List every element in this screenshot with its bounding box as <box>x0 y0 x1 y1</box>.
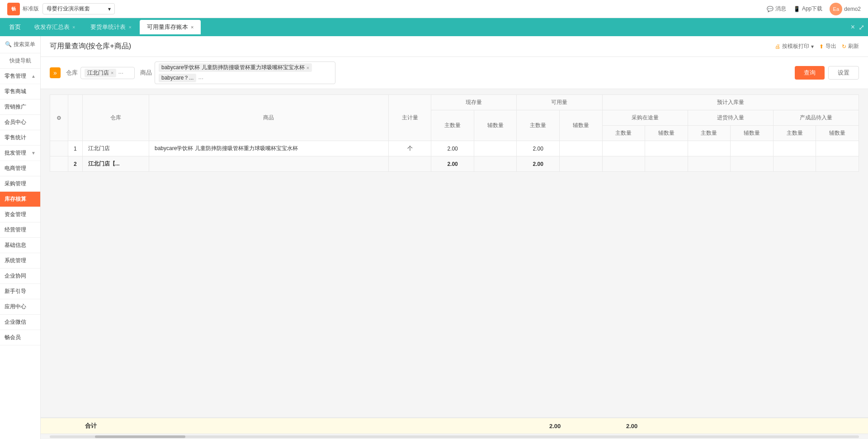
warehouse-cell: 江北门店【... <box>82 156 149 172</box>
top-bar: 畅 标准版 母婴行业演示账套 ▾ 💬 消息 📱 App下载 Ea demo2 <box>0 0 868 18</box>
chevron-down-icon: ▾ <box>108 6 111 12</box>
sidebar-item-资金管理[interactable]: 资金管理 <box>0 207 40 222</box>
sidebar-quick-nav[interactable]: 快捷导航 <box>0 53 40 69</box>
search-icon: 🔍 <box>5 41 12 47</box>
sidebar-item-零售商城[interactable]: 零售商城 <box>0 84 40 99</box>
sidebar-label: 采购管理 <box>5 180 26 187</box>
set-button[interactable]: 设置 <box>828 66 859 80</box>
message-btn[interactable]: 💬 消息 <box>767 5 786 13</box>
product-tag-1: babycare学饮杯 儿童防摔防撞吸管杯重力球吸嘴杯宝宝水杯 × <box>159 63 312 72</box>
header-actions: 🖨 按模板打印 ▾ ⬆ 导出 ↻ 刷新 <box>775 42 859 50</box>
th-purchase-main: 主数量 <box>602 126 645 141</box>
th-incoming-aux: 辅数量 <box>731 126 774 141</box>
sidebar-label: 零售商城 <box>5 88 26 94</box>
tag-close-icon[interactable]: × <box>307 65 309 71</box>
app-download-btn[interactable]: 📱 App下载 <box>793 5 822 13</box>
warehouse-filter-input[interactable]: 江北门店 × ··· <box>80 67 135 79</box>
maximize-btn[interactable]: ⤢ <box>859 23 864 32</box>
print-btn[interactable]: 🖨 按模板打印 ▾ <box>775 42 814 50</box>
sidebar-search[interactable]: 🔍 搜索菜单 <box>0 36 40 53</box>
sidebar-item-营销推广[interactable]: 营销推广 <box>0 99 40 115</box>
product-filter-input[interactable]: babycare学饮杯 儿童防摔防撞吸管杯重力球吸嘴杯宝宝水杯 × babyca… <box>155 61 335 84</box>
sidebar-item-采购管理[interactable]: 采购管理 <box>0 176 40 192</box>
tab-home[interactable]: 首页 <box>4 20 26 34</box>
purchase-main-cell <box>602 141 645 156</box>
app-download-label: App下载 <box>802 5 822 13</box>
username: demo2 <box>844 6 861 12</box>
close-icon[interactable]: × <box>191 24 193 30</box>
close-all-btn[interactable]: × <box>851 23 855 32</box>
unit-cell: 个 <box>388 141 431 156</box>
scroll-thumb[interactable] <box>95 435 185 438</box>
settings-cell[interactable] <box>50 156 68 172</box>
incoming-main-cell <box>688 156 731 172</box>
footer-stock-main: 2.00 <box>535 423 576 430</box>
sidebar-label: 新手引导 <box>5 288 26 294</box>
data-table: ⚙ 仓库 商品 主计量 现存量 <box>50 94 859 172</box>
warehouse-cell: 江北门店 <box>82 141 149 156</box>
page-header: 可用量查询(按仓库+商品) 🖨 按模板打印 ▾ ⬆ 导出 ↻ 刷新 <box>41 36 868 57</box>
row-index: 1 <box>68 141 83 156</box>
logo-text: 标准版 <box>23 5 39 13</box>
tag-close-icon[interactable]: × <box>111 70 113 76</box>
table-row: 1 江北门店 babycare学饮杯 儿童防摔防撞吸管杯重力球吸嘴杯宝宝水杯 个… <box>50 141 859 156</box>
filter-more-icon[interactable]: ··· <box>118 69 123 76</box>
nav-tabs: 首页 收发存汇总表 × 要货单统计表 × 可用量库存账本 × × ⤢ <box>0 18 868 36</box>
filter-expand-btn[interactable]: » <box>50 67 61 78</box>
sidebar-label: 电商管理 <box>5 165 26 171</box>
incoming-aux-cell <box>731 156 774 172</box>
home-tab-label: 首页 <box>9 23 21 31</box>
tab-要货单统计表[interactable]: 要货单统计表 × <box>83 20 138 34</box>
tab-可用量库存账本[interactable]: 可用量库存账本 × <box>140 20 201 34</box>
sidebar-item-零售管理[interactable]: 零售管理 ▲ <box>0 69 40 84</box>
refresh-btn[interactable]: ↻ 刷新 <box>842 42 859 50</box>
sidebar-item-企业协同[interactable]: 企业协同 <box>0 269 40 284</box>
th-purchase-aux: 辅数量 <box>645 126 688 141</box>
close-icon[interactable]: × <box>72 24 75 30</box>
tab-收发存汇总表[interactable]: 收发存汇总表 × <box>27 20 82 34</box>
th-stock-section: 现存量 <box>431 95 517 110</box>
tab-label: 收发存汇总表 <box>34 23 70 31</box>
row-index: 2 <box>68 156 83 172</box>
stock-main-cell: 2.00 <box>431 141 474 156</box>
sidebar-item-系统管理[interactable]: 系统管理 <box>0 253 40 269</box>
th-stock-main: 主数量 <box>431 110 474 141</box>
sidebar-item-畅会员[interactable]: 畅会员 <box>0 330 40 345</box>
export-btn[interactable]: ⬆ 导出 <box>819 42 836 50</box>
quick-nav-label: 快捷导航 <box>9 57 31 64</box>
incoming-main-cell <box>688 141 731 156</box>
sidebar-item-电商管理[interactable]: 电商管理 <box>0 161 40 176</box>
sidebar-item-会员中心[interactable]: 会员中心 <box>0 115 40 130</box>
message-label: 消息 <box>775 5 786 13</box>
scroll-bar[interactable] <box>41 434 868 439</box>
sidebar-label: 企业微信 <box>5 319 26 325</box>
arrow-icon: ▼ <box>31 151 36 156</box>
sidebar-item-应用中心[interactable]: 应用中心 <box>0 299 40 315</box>
settings-cell[interactable] <box>50 141 68 156</box>
sidebar-item-批发管理[interactable]: 批发管理 ▼ <box>0 146 40 161</box>
filter-warehouse: 仓库 江北门店 × ··· <box>66 67 135 79</box>
filter-area: » 仓库 江北门店 × ··· 商品 babycare学饮杯 儿童防摔防撞吸管杯… <box>41 57 868 89</box>
sidebar-item-企业微信[interactable]: 企业微信 <box>0 315 40 330</box>
filter-more-icon[interactable]: ··· <box>198 75 203 82</box>
table-container: ⚙ 仓库 商品 主计量 现存量 <box>41 89 868 417</box>
user-area[interactable]: Ea demo2 <box>830 3 861 15</box>
th-stock-aux: 辅数量 <box>474 110 517 141</box>
sidebar-label: 畅会员 <box>5 334 21 340</box>
print-icon: 🖨 <box>775 43 780 50</box>
sidebar-item-库存核算[interactable]: 库存核算 <box>0 192 40 207</box>
sidebar-item-经营管理[interactable]: 经营管理 <box>0 222 40 238</box>
th-settings[interactable]: ⚙ <box>50 95 68 141</box>
page-title: 可用量查询(按仓库+商品) <box>50 42 131 51</box>
message-icon: 💬 <box>767 6 774 12</box>
sidebar-label: 库存核算 <box>5 196 26 202</box>
export-label: 导出 <box>826 42 836 50</box>
store-selector[interactable]: 母婴行业演示账套 ▾ <box>42 3 115 14</box>
content-wrapper: 🔍 搜索菜单 快捷导航 零售管理 ▲ 零售商城 营销推广 会员中心 零售统计 批… <box>0 36 868 439</box>
sidebar-item-新手引导[interactable]: 新手引导 <box>0 284 40 299</box>
print-label: 按模板打印 <box>782 42 809 50</box>
close-icon[interactable]: × <box>128 24 131 30</box>
query-button[interactable]: 查询 <box>795 66 825 80</box>
sidebar-item-零售统计[interactable]: 零售统计 <box>0 130 40 146</box>
sidebar-item-基础信息[interactable]: 基础信息 <box>0 238 40 253</box>
